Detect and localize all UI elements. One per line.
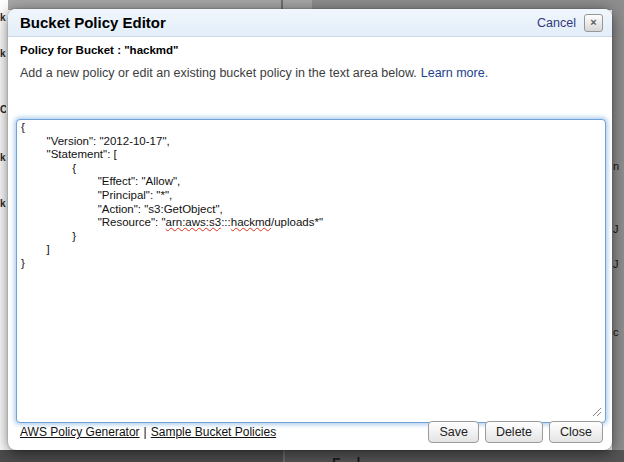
- background-text-fragment: k: [0, 12, 6, 23]
- description-sentence: Add a new policy or edit an existing buc…: [20, 66, 417, 80]
- cancel-link[interactable]: Cancel: [537, 16, 576, 30]
- description-text: Add a new policy or edit an existing buc…: [20, 66, 600, 80]
- background-text-fragment: c: [613, 326, 619, 338]
- background-text-fragment: n: [613, 160, 619, 172]
- close-dialog-button[interactable]: Close: [549, 421, 603, 443]
- dialog-header: Bucket Policy Editor Cancel ×: [8, 9, 612, 37]
- background-text-fragment: J: [613, 258, 619, 270]
- dialog-footer: AWS Policy Generator|Sample Bucket Polic…: [20, 419, 603, 445]
- footer-links: AWS Policy Generator|Sample Bucket Polic…: [20, 425, 422, 439]
- link-separator: |: [144, 425, 147, 439]
- background-text-fragment: k: [0, 198, 6, 209]
- dimmed-page-right-strip: n J J c: [612, 10, 624, 450]
- dialog-title: Bucket Policy Editor: [20, 14, 537, 31]
- close-icon: ×: [590, 16, 596, 28]
- delete-button[interactable]: Delete: [485, 421, 543, 443]
- save-button[interactable]: Save: [428, 421, 479, 443]
- policy-textarea[interactable]: { "Version": "2012-10-17", "Statement": …: [16, 119, 606, 423]
- bucket-policy-editor-dialog: Bucket Policy Editor Cancel × Policy for…: [8, 9, 612, 450]
- background-text-fragment: k: [0, 48, 6, 59]
- background-divider-line: [283, 450, 285, 462]
- dimmed-page-bottom-strip: F l: [0, 450, 624, 462]
- close-button[interactable]: ×: [584, 14, 603, 32]
- aws-policy-generator-link[interactable]: AWS Policy Generator: [20, 425, 140, 439]
- sample-bucket-policies-link[interactable]: Sample Bucket Policies: [151, 425, 276, 439]
- resize-handle-icon[interactable]: [591, 406, 601, 416]
- background-text-fragment: F l: [332, 455, 366, 462]
- background-text-fragment: CE: [0, 104, 6, 115]
- policy-for-bucket-label: Policy for Bucket : "hackmd": [20, 44, 600, 56]
- learn-more-link[interactable]: Learn more.: [421, 66, 488, 80]
- background-text-fragment: k: [0, 152, 6, 163]
- background-text-fragment: J: [613, 223, 619, 235]
